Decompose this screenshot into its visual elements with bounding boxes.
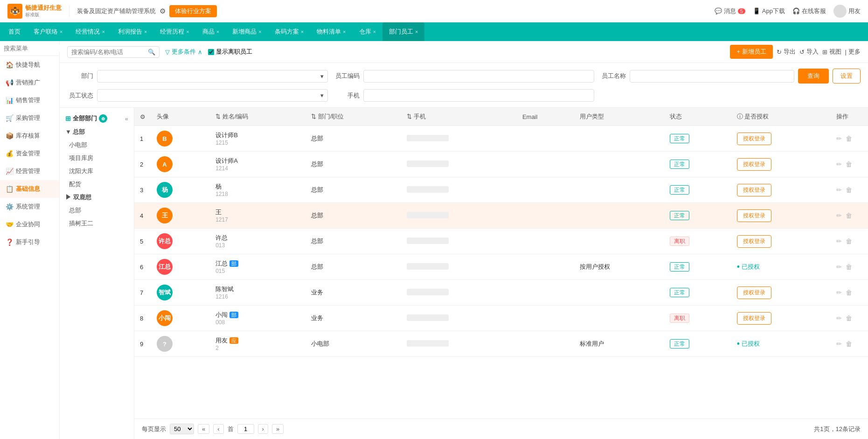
dept-item-zongbu[interactable]: 总部: [60, 204, 134, 217]
tab-operation[interactable]: 经营情况 ×: [69, 22, 111, 41]
set-button[interactable]: 设置: [833, 69, 861, 84]
close-icon[interactable]: ×: [216, 29, 219, 35]
close-icon[interactable]: ×: [102, 29, 104, 35]
dept-item-shenyang[interactable]: 沈阳大库: [60, 165, 134, 178]
phone-input[interactable]: [363, 89, 594, 102]
col-dept[interactable]: ⇅ 部门/职位: [306, 108, 401, 126]
col-auth-cell[interactable]: 已授权: [731, 254, 831, 280]
close-icon[interactable]: ×: [186, 29, 189, 35]
edit-icon[interactable]: ✏: [836, 314, 842, 322]
first-page-btn[interactable]: «: [198, 424, 209, 434]
delete-icon[interactable]: 🗑: [846, 314, 852, 322]
code-input[interactable]: [363, 70, 594, 83]
auth-login-btn[interactable]: 授权登录: [737, 158, 771, 171]
col-name[interactable]: ⇅ 姓名/编码: [210, 108, 306, 126]
search-input[interactable]: [71, 49, 146, 56]
tab-goods[interactable]: 商品 ×: [196, 22, 226, 41]
sidebar-item-guide[interactable]: ❓ 新手引导: [0, 233, 59, 251]
dept-item-peihuo[interactable]: 配货: [60, 178, 134, 191]
tab-customer[interactable]: 客户联络 ×: [27, 22, 69, 41]
trial-button[interactable]: 体验行业方案: [169, 5, 217, 17]
delete-icon[interactable]: 🗑: [846, 263, 852, 271]
tab-bom[interactable]: 物料清单 ×: [310, 22, 352, 41]
tab-department[interactable]: 部门员工 ×: [382, 22, 424, 41]
name-input[interactable]: [630, 70, 794, 83]
sidebar-item-finance[interactable]: 💰 资金管理: [0, 145, 59, 162]
sidebar-item-quicknav[interactable]: 🏠 快捷导航: [0, 56, 59, 74]
user-item[interactable]: 用友: [833, 5, 861, 18]
tab-barcode[interactable]: 条码方案 ×: [268, 22, 310, 41]
edit-icon[interactable]: ✏: [836, 186, 842, 194]
app-download-item[interactable]: 📱 App下载: [753, 7, 785, 15]
search-box[interactable]: 🔍: [67, 46, 160, 58]
delete-icon[interactable]: 🗑: [846, 212, 852, 219]
per-page-select[interactable]: 50 20 100: [170, 424, 194, 434]
col-auth-cell[interactable]: 授权登录: [731, 306, 831, 331]
export-btn[interactable]: ↻ 导出: [777, 48, 796, 56]
col-auth-cell[interactable]: 授权登录: [731, 229, 831, 254]
dept-group-shuanglu[interactable]: ▶ 双鹿想: [60, 191, 134, 204]
edit-icon[interactable]: ✏: [836, 289, 842, 296]
service-item[interactable]: 🎧 在线客服: [792, 7, 826, 15]
close-icon[interactable]: ×: [415, 29, 418, 35]
delete-icon[interactable]: 🗑: [846, 340, 852, 348]
close-icon[interactable]: ×: [258, 29, 261, 35]
close-icon[interactable]: ×: [373, 29, 376, 35]
auth-login-btn[interactable]: 授权登录: [737, 184, 771, 196]
more-actions-btn[interactable]: | 更多: [845, 48, 861, 56]
sidebar-search[interactable]: 🔍: [0, 41, 59, 56]
edit-icon[interactable]: ✏: [836, 212, 842, 219]
query-button[interactable]: 查询: [798, 69, 829, 84]
collapse-btn[interactable]: ⊕: [99, 114, 107, 123]
close-icon[interactable]: ×: [60, 29, 62, 35]
view-btn[interactable]: ⊞ 视图: [822, 48, 841, 56]
auth-login-btn[interactable]: 授权登录: [737, 209, 771, 222]
dept-item-chashuwangee[interactable]: 插树王二: [60, 217, 134, 230]
delete-icon[interactable]: 🗑: [846, 135, 852, 142]
dept-item-xiangmu[interactable]: 项目库房: [60, 152, 134, 165]
add-employee-button[interactable]: + 新增员工: [730, 45, 772, 59]
delete-icon[interactable]: 🗑: [846, 289, 852, 296]
edit-icon[interactable]: ✏: [836, 237, 842, 245]
delete-icon[interactable]: 🗑: [846, 186, 852, 194]
sidebar-item-collab[interactable]: 🤝 企业协同: [0, 216, 59, 233]
last-page-btn[interactable]: »: [272, 424, 284, 434]
sidebar-item-sales[interactable]: 📊 销售管理: [0, 91, 59, 109]
sidebar-item-purchase[interactable]: 🛒 采购管理: [0, 109, 59, 127]
close-icon[interactable]: ×: [343, 29, 346, 35]
edit-icon[interactable]: ✏: [836, 135, 842, 142]
col-auth-cell[interactable]: 授权登录: [731, 280, 831, 306]
col-auth-cell[interactable]: 授权登录: [731, 126, 831, 152]
next-page-btn[interactable]: ›: [258, 424, 268, 434]
auth-login-btn[interactable]: 授权登录: [737, 312, 771, 325]
delete-icon[interactable]: 🗑: [846, 160, 852, 168]
edit-icon[interactable]: ✏: [836, 340, 842, 348]
auth-login-btn[interactable]: 授权登录: [737, 286, 771, 299]
page-input[interactable]: [237, 424, 254, 434]
tab-add-goods[interactable]: 新增商品 ×: [226, 22, 268, 41]
dept-item-xiaodiaobu[interactable]: 小电部: [60, 139, 134, 152]
prev-page-btn[interactable]: ‹: [213, 424, 223, 434]
auth-login-btn[interactable]: 授权登录: [737, 132, 771, 145]
close-icon[interactable]: ×: [301, 29, 304, 35]
col-auth-cell[interactable]: 已授权: [731, 331, 831, 357]
col-auth-cell[interactable]: 授权登录: [731, 152, 831, 177]
col-phone[interactable]: ⇅ 手机: [401, 108, 517, 126]
tab-warehouse[interactable]: 仓库 ×: [353, 22, 382, 41]
sidebar-item-business[interactable]: 📈 经营管理: [0, 162, 59, 180]
tab-history[interactable]: 经营历程 ×: [153, 22, 195, 41]
collapse-arrow[interactable]: «: [125, 115, 128, 122]
status-select[interactable]: ▾: [97, 89, 328, 102]
tab-profit[interactable]: 利润报告 ×: [111, 22, 153, 41]
close-icon[interactable]: ×: [144, 29, 147, 35]
sidebar-item-basic[interactable]: 📋 基础信息: [0, 180, 59, 198]
edit-icon[interactable]: ✏: [836, 160, 842, 168]
dept-group-total[interactable]: ▼ 总部: [60, 125, 134, 139]
sidebar-item-system[interactable]: ⚙️ 系统管理: [0, 198, 59, 216]
tab-home[interactable]: 首页: [2, 22, 27, 41]
col-auth-cell[interactable]: 授权登录: [731, 177, 831, 203]
show-resigned-checkbox[interactable]: 显示离职员工: [208, 48, 252, 56]
message-item[interactable]: 💬 消息 5: [715, 7, 745, 15]
dept-select[interactable]: ▾: [97, 70, 328, 83]
sidebar-item-inventory[interactable]: 📦 库存核算: [0, 127, 59, 145]
